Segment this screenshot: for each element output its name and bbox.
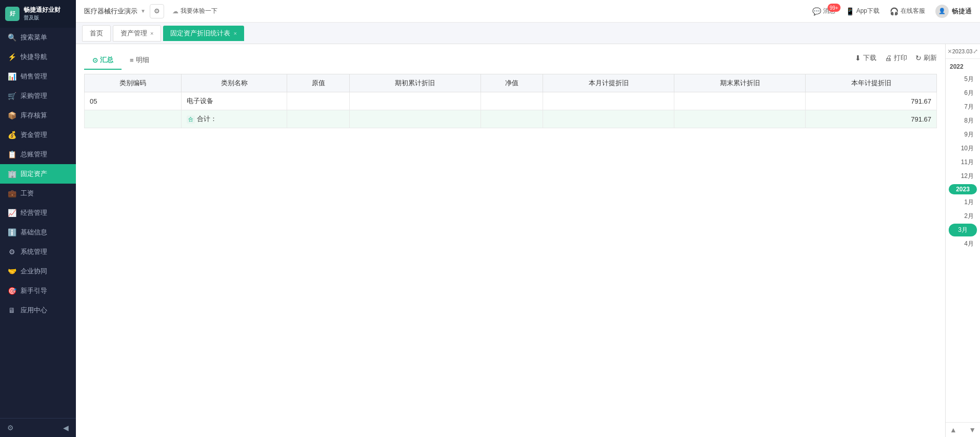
online-service-label: 在线客服 [901,7,925,15]
topbar: 医疗器械行业演示 ▼ ⚙ ☁ 我要体验一下 💬 消息 99+ 📱 App下载 🎧… [76,0,980,23]
app-edition: 普及版 [24,14,61,22]
tab-depreciation-close[interactable]: × [233,30,236,36]
trial-icon: ☁ [172,8,178,15]
settings-button[interactable]: ⚙ [150,4,164,18]
sidebar-label-3: 采购管理 [21,91,47,101]
total-label-cell: 合合计： [181,110,287,128]
col-header-code: 类别编码 [85,74,182,92]
date-panel-body: 20225月6月7月8月9月10月11月12月20231月2月3月4月 [946,59,980,422]
sidebar-label-0: 搜索菜单 [21,33,47,42]
table-total-row: 合合计： 791.67 [85,110,937,128]
sidebar-icon-12: 🤝 [7,267,16,276]
date-panel-year: 2023.03 [952,48,973,54]
month-2022-6月[interactable]: 6月 [946,86,980,100]
summary-label: 汇总 [100,55,113,65]
sidebar-item-工资[interactable]: 💼 工资 [0,184,76,203]
trial-button[interactable]: ☁ 我要体验一下 [172,7,217,15]
tab-fixed-asset-depreciation[interactable]: 固定资产折旧统计表 × [163,26,244,41]
sidebar-label-4: 库存核算 [21,111,47,120]
sidebar-item-新手引导[interactable]: 🎯 新手引导 [0,281,76,301]
date-panel-header: × 2023.03 ⤢ [946,44,980,59]
message-badge: 99+ [828,4,841,12]
sidebar: 好 畅捷通好业财 普及版 🔍 搜索菜单 ⚡ 快捷导航 📊 销售管理 🛒 采购管理… [0,0,76,437]
cell-month-dep-0 [543,92,674,110]
service-icon: 🎧 [890,7,898,15]
app-logo: 好 [5,7,19,21]
tab-detail[interactable]: ≡ 明细 [122,52,157,70]
sidebar-item-搜索菜单[interactable]: 🔍 搜索菜单 [0,28,76,47]
month-2022-7月[interactable]: 7月 [946,100,980,114]
sidebar-icon-3: 🛒 [7,91,16,101]
sidebar-item-资金管理[interactable]: 💰 资金管理 [0,125,76,145]
download-button[interactable]: ⬇ 下载 [855,53,876,63]
total-icon: 合 [187,115,195,124]
sidebar-item-采购管理[interactable]: 🛒 采购管理 [0,86,76,106]
tab-summary[interactable]: ⊙ 汇总 [84,52,122,70]
sidebar-item-总账管理[interactable]: 📋 总账管理 [0,145,76,164]
sidebar-item-销售管理[interactable]: 📊 销售管理 [0,67,76,86]
dropdown-icon: ▼ [141,8,146,14]
user-menu[interactable]: 👤 畅捷通 [935,5,972,18]
total-month-dep [543,110,674,128]
avatar: 👤 [935,5,949,18]
col-header-month-dep: 本月计提折旧 [543,74,674,92]
tab-asset-close[interactable]: × [150,30,153,36]
date-panel-expand[interactable]: ⤢ [973,48,978,55]
total-year-dep: 791.67 [806,110,937,128]
tab-asset-management[interactable]: 资产管理 × [113,25,161,42]
cell-begin-accum-0 [349,92,481,110]
inner-tabs: ⊙ 汇总 ≡ 明细 [84,52,157,69]
print-button[interactable]: 🖨 打印 [885,53,907,63]
sidebar-icon-7: 🏢 [7,169,16,178]
month-2023-1月[interactable]: 1月 [946,195,980,209]
sidebar-item-应用中心[interactable]: 🖥 应用中心 [0,301,76,320]
next-arrow[interactable]: ▼ [969,426,976,434]
month-2022-11月[interactable]: 11月 [946,155,980,169]
tab-depreciation-label: 固定资产折旧统计表 [170,29,230,38]
month-2022-9月[interactable]: 9月 [946,128,980,142]
month-2023-4月[interactable]: 4月 [946,237,980,251]
cell-end-accum-0 [674,92,806,110]
sidebar-icon-4: 📦 [7,111,16,120]
app-name: 畅捷通好业财 [24,6,61,14]
tabbar: 首页 资产管理 × 固定资产折旧统计表 × [76,23,980,44]
sidebar-label-6: 总账管理 [21,150,47,159]
print-icon: 🖨 [885,54,892,62]
month-2022-10月[interactable]: 10月 [946,142,980,155]
month-2022-12月[interactable]: 12月 [946,169,980,183]
month-2023-3月[interactable]: 3月 [949,224,977,236]
sidebar-item-经营管理[interactable]: 📈 经营管理 [0,203,76,223]
refresh-button[interactable]: ↻ 刷新 [915,53,937,63]
sidebar-item-库存核算[interactable]: 📦 库存核算 [0,106,76,125]
app-download-button[interactable]: 📱 App下载 [846,7,879,15]
sidebar-item-固定资产[interactable]: 🏢 固定资产 [0,164,76,184]
company-selector[interactable]: 医疗器械行业演示 ▼ [84,7,146,16]
total-begin-accum [349,110,481,128]
sidebar-nav: 🔍 搜索菜单 ⚡ 快捷导航 📊 销售管理 🛒 采购管理 📦 库存核算 💰 资金管… [0,28,76,418]
sidebar-item-基础信息[interactable]: ℹ️ 基础信息 [0,223,76,242]
sidebar-item-企业协同[interactable]: 🤝 企业协同 [0,262,76,281]
prev-arrow[interactable]: ▲ [950,426,957,434]
main-area: 医疗器械行业演示 ▼ ⚙ ☁ 我要体验一下 💬 消息 99+ 📱 App下载 🎧… [76,0,980,437]
month-2022-5月[interactable]: 5月 [946,72,980,86]
refresh-icon: ↻ [915,54,922,62]
sidebar-header: 好 畅捷通好业财 普及版 [0,0,76,28]
sidebar-item-系统管理[interactable]: ⚙ 系统管理 [0,242,76,262]
company-name: 医疗器械行业演示 [84,7,137,16]
collapse-icon[interactable]: ◀ [63,424,69,432]
tab-home[interactable]: 首页 [82,25,111,42]
content-area: ⊙ 汇总 ≡ 明细 ⬇ 下载 🖨 打印 [76,44,980,437]
cell-name-0: 电子设备 [181,92,287,110]
report-toolbar: ⬇ 下载 🖨 打印 ↻ 刷新 [855,53,937,63]
online-service-button[interactable]: 🎧 在线客服 [890,7,925,15]
sidebar-label-11: 系统管理 [21,247,47,256]
month-2022-8月[interactable]: 8月 [946,114,980,128]
sidebar-icon-11: ⚙ [7,247,16,256]
date-panel-close[interactable]: × [948,47,952,55]
settings-icon[interactable]: ⚙ [7,424,14,432]
detail-icon: ≡ [130,56,134,64]
sidebar-item-快捷导航[interactable]: ⚡ 快捷导航 [0,47,76,67]
month-2023-2月[interactable]: 2月 [946,209,980,223]
message-button[interactable]: 💬 消息 99+ [812,7,835,15]
total-net [481,110,543,128]
